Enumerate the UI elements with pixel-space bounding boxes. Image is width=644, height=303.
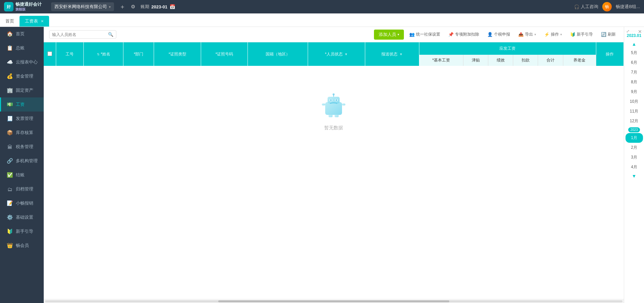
company-name: 西安虾米网络科技有限公司 — [54, 4, 107, 10]
th-report-status: 报送状态 ▼ — [365, 42, 419, 66]
month-11[interactable]: 11月 — [626, 106, 643, 116]
th-performance: 绩效 — [488, 55, 513, 66]
operation-label: 操作 — [551, 32, 559, 37]
scrollbar-thumb[interactable] — [218, 300, 449, 302]
panel-close-icon[interactable]: ✕ — [638, 29, 642, 34]
th-sort-icon: ⇅ — [97, 52, 100, 56]
th-allowance: 津贴 — [463, 55, 488, 66]
refresh-btn[interactable]: 🔄 刷新 — [598, 30, 618, 39]
service-label: 人工咨询 — [581, 4, 598, 10]
export-btn[interactable]: 📤 导出 ▾ — [516, 30, 539, 39]
month-12[interactable]: 12月 — [626, 116, 643, 126]
th-id-type: *证照类型 — [154, 42, 201, 66]
sidebar-item-assets[interactable]: 🏢 固定资产 — [0, 83, 44, 97]
svg-rect-0 — [325, 102, 342, 115]
social-label: 统一社保设置 — [416, 32, 440, 37]
user-avatar[interactable]: 畅 — [602, 2, 612, 11]
th-base-salary: *基本工资 — [419, 55, 463, 66]
sidebar-label-ledger: 总账 — [16, 45, 25, 51]
month-6[interactable]: 6月 — [626, 58, 643, 68]
month-3[interactable]: 3月 — [626, 153, 643, 162]
main-layout: 🏠 首页 📋 总账 ☁️ 云报表中心 💰 资金管理 🏢 固定资产 💵 工资 🧾 … — [0, 27, 644, 303]
th-deduction: 扣款 — [513, 55, 538, 66]
user-service-btn[interactable]: 🎧 人工咨询 — [574, 4, 598, 10]
month-1-active[interactable]: 1月 — [626, 133, 643, 143]
table-body: 暂无数据 — [44, 66, 624, 158]
sidebar-label-salary: 工资 — [16, 101, 25, 107]
month-10[interactable]: 10月 — [626, 97, 643, 106]
special-deduction-btn[interactable]: 📌 专项附加扣除 — [446, 30, 482, 39]
ledger-icon: 📋 — [6, 45, 13, 51]
status-filter-icon[interactable]: ▼ — [344, 52, 348, 56]
expand-icon[interactable]: ⤢ — [626, 29, 630, 34]
deduction-icon: 📌 — [448, 32, 454, 37]
settings-icon[interactable]: ⚙ — [131, 4, 135, 10]
operation-btn[interactable]: ⚡ 操作 ▾ — [541, 30, 565, 39]
sidebar-item-funds[interactable]: 💰 资金管理 — [0, 69, 44, 83]
month-4[interactable]: 4月 — [626, 162, 643, 172]
guide-btn[interactable]: 🔰 新手引导 — [567, 30, 596, 39]
tab-salary[interactable]: 工资表 ✕ — [20, 16, 49, 27]
select-all-checkbox[interactable] — [47, 51, 52, 56]
period-label: 账期 — [141, 4, 149, 10]
guide-toolbar-icon: 🔰 — [570, 32, 575, 37]
sidebar-item-member[interactable]: 👑 畅会员 — [0, 239, 44, 253]
report-filter-icon[interactable]: ▼ — [399, 52, 403, 56]
sidebar-item-multi[interactable]: 🔗 多机构管理 — [0, 154, 44, 168]
sidebar-item-report[interactable]: ☁️ 云报表中心 — [0, 55, 44, 69]
horizontal-scrollbar[interactable] — [44, 299, 624, 303]
home-icon: 🏠 — [6, 31, 13, 37]
calendar-icon[interactable]: 📅 — [169, 4, 175, 9]
sidebar-item-inventory[interactable]: 📦 库存核算 — [0, 126, 44, 140]
month-8[interactable]: 8月 — [626, 77, 643, 87]
add-button[interactable]: ＋ — [119, 3, 125, 11]
table-header-row-1: 工号 ⇅ *姓名 *部门 *证照类型 *证照号码 国籍（地区） *人员状态 ▼ — [44, 42, 624, 55]
svg-rect-5 — [336, 99, 337, 101]
inventory-icon: 📦 — [6, 130, 13, 136]
header-actions: ＋ ⚙ — [119, 3, 135, 11]
sidebar-item-tax[interactable]: 🏛 税务管理 — [0, 140, 44, 154]
funds-icon: 💰 — [6, 73, 13, 79]
company-selector[interactable]: 西安虾米网络科技有限公司 ▾ — [51, 2, 114, 11]
svg-rect-11 — [335, 115, 339, 117]
sidebar-item-expense[interactable]: 📝 小畅报销 — [0, 196, 44, 210]
tab-close-icon[interactable]: ✕ — [41, 19, 44, 24]
sidebar-item-salary[interactable]: 💵 工资 — [0, 97, 44, 112]
sidebar-item-guide[interactable]: 🔰 新手引导 — [0, 224, 44, 239]
tax-report-btn[interactable]: 👤 个税申报 — [485, 30, 513, 39]
sidebar-item-home[interactable]: 🏠 首页 — [0, 27, 44, 41]
panel-down-arrow[interactable]: ▼ — [631, 172, 638, 180]
guide-icon: 🔰 — [6, 228, 13, 234]
tab-home-label: 首页 — [5, 18, 14, 24]
sidebar-label-guide: 新手引导 — [16, 228, 33, 234]
member-icon: 👑 — [6, 243, 13, 249]
sidebar: 🏠 首页 📋 总账 ☁️ 云报表中心 💰 资金管理 🏢 固定资产 💵 工资 🧾 … — [0, 27, 44, 303]
svg-rect-8 — [322, 103, 325, 105]
export-label: 导出 — [525, 32, 533, 37]
social-security-btn[interactable]: 👥 统一社保设置 — [407, 30, 443, 39]
settings-nav-icon: ⚙️ — [6, 214, 13, 220]
user-name: 畅捷通B组... — [616, 4, 640, 10]
month-7[interactable]: 7月 — [626, 68, 643, 77]
sidebar-item-settings[interactable]: ⚙️ 基础设置 — [0, 210, 44, 224]
empty-text: 暂无数据 — [324, 125, 343, 131]
month-2[interactable]: 2月 — [626, 143, 643, 153]
sidebar-item-invoice[interactable]: 🧾 发票管理 — [0, 112, 44, 126]
sidebar-item-archive[interactable]: 🗂 归档管理 — [0, 182, 44, 196]
month-5[interactable]: 5月 — [626, 48, 643, 58]
panel-up-arrow[interactable]: ▲ — [631, 40, 638, 48]
sidebar-label-multi: 多机构管理 — [16, 158, 38, 164]
social-icon: 👥 — [409, 32, 415, 37]
chevron-down-icon: ▾ — [109, 5, 111, 9]
th-dept: *部门 — [123, 42, 154, 66]
refresh-label: 刷新 — [608, 32, 616, 37]
sidebar-item-close[interactable]: ✅ 结账 — [0, 168, 44, 182]
sidebar-item-ledger[interactable]: 📋 总账 — [0, 41, 44, 55]
headset-icon: 🎧 — [574, 4, 579, 9]
search-input[interactable] — [52, 32, 106, 37]
sidebar-label-tax: 税务管理 — [16, 144, 33, 150]
month-9[interactable]: 9月 — [626, 87, 643, 97]
tab-home[interactable]: 首页 — [0, 16, 20, 27]
tab-bar: 首页 工资表 ✕ — [0, 13, 644, 27]
add-person-button[interactable]: 添加人员 ▾ — [374, 30, 404, 40]
